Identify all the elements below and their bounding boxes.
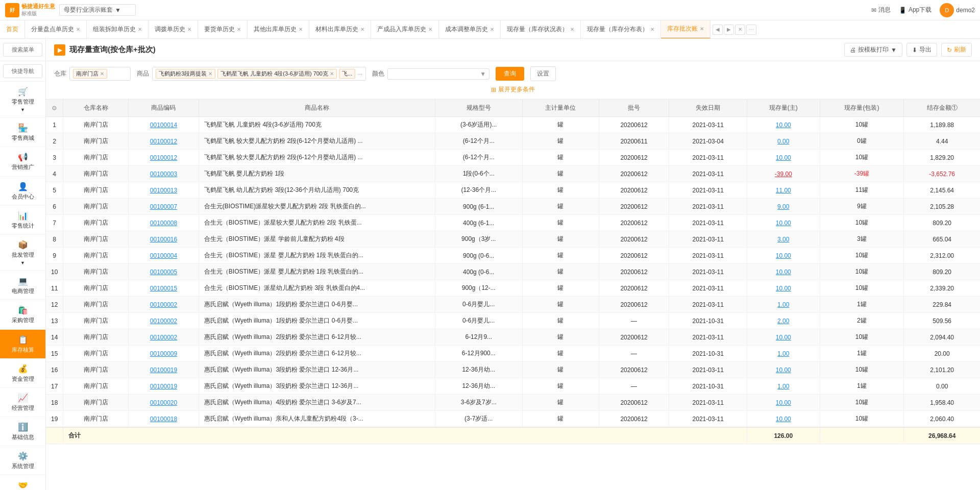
sidebar-item-ecommerce[interactable]: 💻 电商管理: [0, 271, 45, 300]
td-qty-main[interactable]: 10.00: [747, 362, 820, 378]
td-code[interactable]: 00100002: [129, 313, 199, 329]
sidebar-item-retail-shop[interactable]: 🏪 零售商城: [0, 118, 45, 147]
warehouse-select[interactable]: 母婴行业演示账套 ▼: [59, 4, 136, 16]
close-icon[interactable]: ✕: [650, 27, 654, 32]
td-code[interactable]: 00100004: [129, 248, 199, 264]
sidebar-item-retail-stats[interactable]: 📊 零售统计: [0, 206, 45, 235]
td-qty-main[interactable]: 10.00: [747, 264, 820, 280]
close-icon[interactable]: ✕: [299, 27, 303, 32]
tab-fenliang[interactable]: 分量盘点单历史 ✕: [25, 20, 87, 39]
td-qty-main[interactable]: 10.00: [747, 280, 820, 297]
close-icon[interactable]: ✕: [360, 27, 364, 32]
td-code[interactable]: 00100008: [129, 215, 199, 231]
tab-qita[interactable]: 其他出库单历史 ✕: [248, 20, 309, 39]
td-qty-main[interactable]: 10.00: [747, 395, 820, 411]
td-code[interactable]: 00100020: [129, 395, 199, 411]
color-input[interactable]: ▼: [387, 68, 489, 80]
message-button[interactable]: ✉ 消息: [871, 6, 891, 14]
nav-menu-arrow[interactable]: ⋯: [746, 24, 756, 35]
sidebar-item-marketing[interactable]: 📢 营销推广: [0, 147, 45, 176]
close-icon[interactable]: ✕: [490, 27, 494, 32]
td-qty-main[interactable]: 10.00: [747, 329, 820, 346]
td-code[interactable]: 00100019: [129, 378, 199, 395]
td-qty-main[interactable]: 11.00: [747, 182, 820, 199]
tab-xiancun2[interactable]: 现存量（库存分布表） ✕: [581, 20, 661, 39]
tab-chengben[interactable]: 成本调整单历史 ✕: [439, 20, 501, 39]
sidebar-item-operations[interactable]: 📈 经营管理: [0, 388, 45, 417]
tab-diaobo[interactable]: 调拨单历史 ✕: [149, 20, 198, 39]
warehouse-input[interactable]: 南岸门店 ✕: [69, 67, 131, 81]
nav-left-arrow[interactable]: ◀: [713, 24, 723, 35]
td-qty-main[interactable]: 10.00: [747, 117, 820, 133]
color-dropdown-arrow[interactable]: ▼: [480, 70, 486, 78]
td-qty-main[interactable]: 2.00: [747, 313, 820, 329]
td-qty-main[interactable]: 1.00: [747, 297, 820, 313]
td-qty-main[interactable]: 10.00: [747, 248, 820, 264]
td-qty-main[interactable]: 10.00: [747, 411, 820, 428]
tab-xiancun1[interactable]: 现存量（库存状况表） ✕: [501, 20, 581, 39]
td-code[interactable]: 00100019: [129, 362, 199, 378]
print-button[interactable]: 🖨 按模板打印 ▼: [844, 43, 902, 57]
close-icon[interactable]: ✕: [700, 26, 704, 32]
expand-panel-button[interactable]: ▶: [54, 44, 65, 56]
td-qty-main[interactable]: 10.00: [747, 150, 820, 166]
td-code[interactable]: 00100018: [129, 411, 199, 428]
sidebar-item-collab[interactable]: 🤝 企业协同: [0, 475, 45, 490]
td-code[interactable]: 00100009: [129, 346, 199, 362]
settings-icon[interactable]: ⚙: [52, 105, 57, 112]
tab-zuzhuang[interactable]: 组装拆卸单历史 ✕: [87, 20, 149, 39]
tab-chengpin[interactable]: 产成品入库单历史 ✕: [371, 20, 439, 39]
nav-close-arrow[interactable]: ✕: [735, 24, 745, 35]
th-settings[interactable]: ⚙: [46, 100, 63, 117]
nav-right-arrow[interactable]: ▶: [724, 24, 734, 35]
app-download-button[interactable]: 📱 App下载: [899, 6, 932, 14]
tab-kucun[interactable]: 库存批次账 ✕: [661, 20, 710, 39]
quick-nav-button[interactable]: 快捷导航: [3, 64, 42, 78]
product-input[interactable]: 飞鹤奶粉3段两提装 ✕ 飞鹤星飞帆 儿童奶粉 4段(3-6岁适用) 700克 ✕…: [152, 67, 366, 81]
td-qty-main[interactable]: 3.00: [747, 231, 820, 248]
search-button[interactable]: 查询: [496, 67, 524, 81]
td-code[interactable]: 00100007: [129, 199, 199, 215]
close-icon[interactable]: ✕: [138, 27, 142, 32]
td-code[interactable]: 00100016: [129, 231, 199, 248]
td-code[interactable]: 00100005: [129, 264, 199, 280]
close-icon[interactable]: ✕: [187, 27, 191, 32]
product-more-dots[interactable]: ···: [357, 70, 362, 78]
td-code[interactable]: 00100002: [129, 329, 199, 346]
sidebar-item-finance[interactable]: 💰 资金管理: [0, 359, 45, 388]
refresh-button[interactable]: ↻ 刷新: [941, 43, 972, 57]
sidebar-item-member[interactable]: 👤 会员中心: [0, 177, 45, 206]
td-qty-main[interactable]: 0.00: [747, 133, 820, 150]
td-qty-main[interactable]: 1.00: [747, 378, 820, 395]
td-qty-main[interactable]: 9.00: [747, 199, 820, 215]
td-code[interactable]: 00100012: [129, 133, 199, 150]
close-icon[interactable]: ✕: [76, 27, 80, 32]
user-avatar[interactable]: D demo2: [940, 3, 975, 17]
product-tag-2-close[interactable]: ✕: [330, 71, 334, 77]
td-code[interactable]: 00100013: [129, 182, 199, 199]
settings-button[interactable]: 设置: [530, 66, 556, 81]
sidebar-item-basics[interactable]: ℹ️ 基础信息: [0, 417, 45, 446]
product-tag-1-close[interactable]: ✕: [208, 71, 212, 77]
close-icon[interactable]: ✕: [237, 27, 241, 32]
close-icon[interactable]: ✕: [428, 27, 432, 32]
td-qty-main[interactable]: -39.00: [747, 166, 820, 182]
sidebar-item-purchase[interactable]: 🛍️ 采购管理: [0, 300, 45, 329]
td-qty-main[interactable]: 1.00: [747, 346, 820, 362]
search-menu-button[interactable]: 搜索菜单: [3, 43, 42, 57]
td-code[interactable]: 00100012: [129, 150, 199, 166]
td-code[interactable]: 00100002: [129, 297, 199, 313]
td-qty-main[interactable]: 10.00: [747, 215, 820, 231]
sidebar-item-inventory[interactable]: 📋 库存核算: [0, 330, 45, 359]
warehouse-tag-close[interactable]: ✕: [100, 71, 104, 77]
sidebar-item-retail-mgmt[interactable]: 🛒 零售管理 ▼: [0, 82, 45, 118]
td-code[interactable]: 00100003: [129, 166, 199, 182]
export-button[interactable]: ⬇ 导出: [906, 43, 937, 57]
td-code[interactable]: 00100014: [129, 117, 199, 133]
close-icon[interactable]: ✕: [570, 27, 574, 32]
sidebar-item-wholesale[interactable]: 📦 批发管理 ▼: [0, 235, 45, 271]
td-code[interactable]: 00100015: [129, 280, 199, 297]
tab-cailiao[interactable]: 材料出库单历史 ✕: [309, 20, 371, 39]
expand-filters-button[interactable]: ⊞ 展开更多条件: [491, 85, 535, 94]
sidebar-item-system[interactable]: ⚙️ 系统管理: [0, 446, 45, 475]
